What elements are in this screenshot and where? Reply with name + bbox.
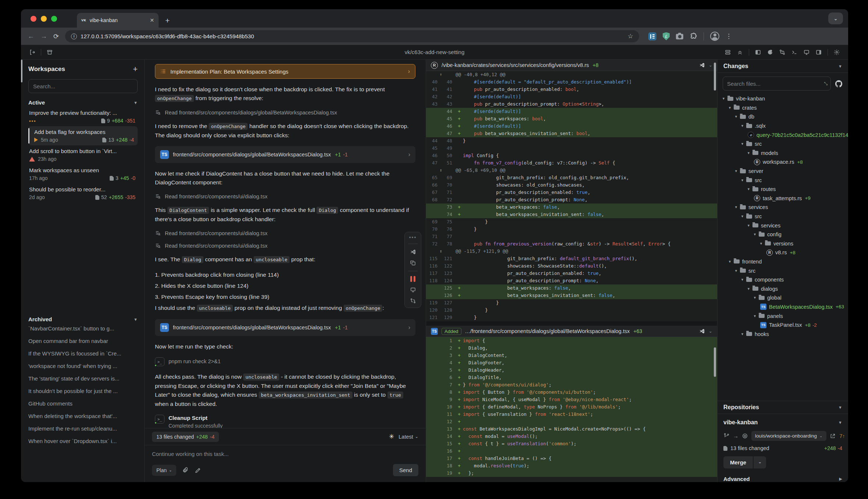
workspace-item[interactable]: Should be possible to reorder...2d ago52… [28, 184, 138, 203]
pause-icon[interactable] [410, 276, 415, 282]
branch-dropdown[interactable]: louis/workspace-onboarding⌄ [751, 431, 826, 441]
tool-call-row[interactable]: Read frontend/src/components/ui/dialog.t… [155, 193, 415, 199]
conversation-scroll[interactable]: Implementation Plan: Beta Workspaces Set… [145, 60, 426, 428]
expand-hunk-icon[interactable]: ↕ [426, 167, 456, 174]
tree-folder-row[interactable]: ▼src [722, 212, 845, 221]
diff-line[interactable]: 4+ DialogFooter, [426, 359, 717, 367]
advanced-expand-icon[interactable]: ▶ [839, 477, 842, 481]
active-collapse-icon[interactable]: ▼ [134, 100, 138, 105]
diff-header[interactable]: R /vibe-kanban/crates/services/src/servi… [426, 60, 717, 71]
diff-line[interactable]: 6569 git_branch_prefix: old_config.git_b… [426, 174, 717, 181]
archived-workspace-item[interactable]: GitHub comments [28, 397, 138, 410]
tree-folder-row[interactable]: ▼.sqlx [722, 121, 845, 131]
panel-right-icon[interactable] [815, 49, 822, 56]
minimize-window-button[interactable] [41, 16, 47, 22]
files-changed-badge[interactable]: 13 files changed +248 -4 [152, 432, 219, 442]
file-search-input[interactable] [723, 77, 831, 91]
diff-line[interactable]: 3+ DialogContent, [426, 352, 717, 359]
terminal-icon[interactable] [791, 49, 798, 56]
diff-line[interactable]: 6670 showcases: old_config.showcases, [426, 181, 717, 189]
tree-file-row[interactable]: TSTaskPanel.tsx+8-2 [722, 321, 845, 330]
diff-line[interactable]: 6975 } [426, 218, 717, 226]
workspace-item[interactable]: Add scroll to bottom button in `Virt...2… [28, 145, 138, 164]
tree-folder-row[interactable]: ▼hooks [722, 329, 845, 339]
merge-options-caret[interactable]: ⌄ [754, 456, 766, 468]
chevron-down-icon[interactable]: ▼ [734, 115, 739, 118]
diff-body[interactable]: 1+import {2+ Dialog,3+ DialogContent,4+ … [426, 337, 717, 477]
target-icon[interactable] [742, 433, 748, 439]
changes-file-tree[interactable]: ▼vibe-kanban▼crates▼db▼.sqlxoquery-70b21… [718, 93, 848, 401]
chevron-down-icon[interactable]: ▼ [741, 215, 745, 218]
tree-folder-row[interactable]: ▼src [722, 139, 845, 149]
expand-hunk-icon[interactable]: ↑ [426, 71, 456, 78]
chevron-down-icon[interactable]: ▼ [734, 269, 739, 273]
workspace-item[interactable]: Add beta flag for workspaces5m ago13+248… [28, 126, 138, 145]
diff-line[interactable]: 118124 pr_auto_description_prompt: None, [426, 277, 717, 284]
rows-layout-icon[interactable] [724, 49, 731, 56]
tree-folder-row[interactable]: ▼vibe-kanban [722, 94, 845, 103]
diff-line[interactable]: 126+ beta_workspaces_invitation_sent: fa… [426, 292, 717, 299]
repo-collapse-icon[interactable]: ▼ [838, 420, 842, 425]
archived-workspace-item[interactable]: `NavbarContainer.tsx` button to g... [28, 322, 138, 335]
theme-icon[interactable] [767, 49, 773, 56]
tree-folder-row[interactable]: ▼models [722, 149, 845, 158]
terminal-command-row[interactable]: >_pnpm run check 2>&1 [155, 357, 415, 366]
profile-avatar[interactable] [710, 32, 719, 41]
workspace-item[interactable]: Mark workspaces as unseen17h ago3+45-0 [28, 164, 138, 184]
diff-line[interactable]: 125+ beta_workspaces: false, [426, 284, 717, 292]
diff-scrollbar-thumb[interactable] [714, 63, 716, 91]
diff-line[interactable]: 7+} from '@/components/ui/dialog'; [426, 381, 717, 389]
tree-file-row[interactable]: Rv8.rs+8 [722, 248, 845, 257]
extension-camera-icon[interactable] [676, 34, 683, 39]
tree-folder-row[interactable]: ▼db [722, 112, 845, 121]
diff-line[interactable]: 16+ [426, 447, 717, 455]
diff-line[interactable]: 7076 } [426, 226, 717, 233]
chevron-down-icon[interactable]: ▼ [728, 106, 733, 110]
vscode-icon[interactable] [699, 328, 705, 334]
chevron-down-icon[interactable]: ▼ [747, 287, 752, 291]
vscode-icon[interactable] [699, 62, 705, 68]
tree-folder-row[interactable]: ▼services [722, 221, 845, 230]
settings-gear-icon[interactable] [833, 49, 840, 56]
archived-workspace-item[interactable]: Open command bar from navbar [28, 335, 138, 347]
archived-workspace-item[interactable]: The 'starting' state of dev servers is..… [28, 372, 138, 385]
tree-folder-row[interactable]: ▼routes [722, 185, 845, 194]
merge-button[interactable]: Merge [723, 456, 753, 468]
diff-line[interactable]: 4141 pub pr_auto_description_enabled: bo… [426, 86, 717, 93]
pen-icon[interactable] [195, 467, 201, 474]
diff-line[interactable]: 4549 [426, 145, 717, 152]
chevron-down-icon[interactable]: ▼ [753, 314, 758, 318]
diff-line[interactable]: 17+ const handleJoinBeta = () => { [426, 455, 717, 462]
diff-line[interactable]: 18+ modal.resolve(true); [426, 462, 717, 470]
chevron-down-icon[interactable]: ▼ [747, 224, 752, 227]
monitor-icon[interactable] [803, 49, 810, 56]
diff-header[interactable]: TS Added …/frontend/src/components/dialo… [426, 326, 717, 337]
site-info-icon[interactable]: i [71, 33, 77, 39]
expand-hunk-icon[interactable]: ↕ [426, 248, 456, 255]
chevron-down-icon[interactable]: ▼ [728, 260, 733, 263]
tree-file-row[interactable]: oquery-70b21c5c0a2ba5c21c9c1132f14a68 [722, 130, 845, 139]
chevron-down-icon[interactable]: ▼ [747, 187, 752, 191]
diff-line[interactable]: 45+ pub beta_workspaces: bool, [426, 115, 717, 123]
drag-handle-icon[interactable]: ••• [409, 236, 417, 239]
tree-folder-row[interactable]: ▼components [722, 275, 845, 284]
chevron-down-icon[interactable]: ▼ [722, 97, 727, 100]
tool-call-row[interactable]: Read frontend/src/components/ui/dialog.t… [155, 243, 415, 249]
diff-line[interactable]: 4040 #[serde(default = "default_pr_auto_… [426, 78, 717, 86]
external-link-icon[interactable] [830, 433, 836, 439]
archived-workspace-item[interactable]: When deleting the workspace that'... [28, 410, 138, 422]
git-compare-icon[interactable] [410, 298, 416, 304]
archived-workspace-item[interactable]: It shouldn't be possible for just the ..… [28, 385, 138, 397]
address-bar[interactable]: i 127.0.0.1:57095/workspaces/c63c9fd6-df… [65, 30, 639, 42]
tree-folder-row[interactable]: ▼frontend [722, 257, 845, 266]
chevron-down-icon[interactable]: ▼ [747, 151, 752, 155]
archived-collapse-icon[interactable]: ▼ [134, 317, 138, 322]
diff-line[interactable]: 6+ DialogTitle, [426, 374, 717, 381]
diff-line[interactable]: 74+ beta_workspaces_invitation_sent: fal… [426, 211, 717, 218]
tree-folder-row[interactable]: ▼server [722, 167, 845, 176]
chevron-down-icon[interactable]: ▼ [753, 233, 758, 236]
chevron-down-icon[interactable]: ▼ [741, 142, 745, 146]
diff-line[interactable]: 120128 } [426, 307, 717, 314]
tree-folder-row[interactable]: ▼services [722, 203, 845, 212]
forward-icon[interactable]: → [40, 32, 47, 40]
